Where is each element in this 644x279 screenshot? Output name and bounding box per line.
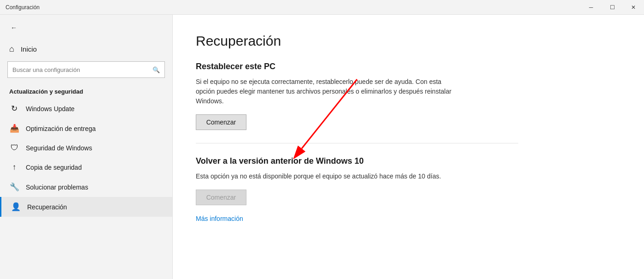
solucionar-icon: 🔧 [9, 182, 19, 192]
titlebar-controls: ─ ☐ ✕ [580, 0, 644, 15]
search-box: 🔍 [7, 61, 165, 78]
sidebar-item-optimizacion[interactable]: 📥 Optimización de entrega [0, 119, 172, 138]
section1-desc: Si el equipo no se ejecuta correctamente… [196, 77, 454, 106]
mas-informacion-link[interactable]: Más información [196, 215, 243, 222]
sidebar-item-label: Copia de seguridad [26, 164, 82, 171]
copia-icon: ↑ [9, 163, 19, 172]
sidebar-item-label: Optimización de entrega [26, 125, 96, 132]
recuperacion-icon: 👤 [11, 202, 21, 212]
section2-title: Volver a la versión anterior de Windows … [196, 156, 616, 166]
back-icon: ← [11, 24, 17, 31]
seguridad-icon: 🛡 [9, 143, 19, 153]
divider [196, 143, 518, 143]
sidebar-item-label: Recuperación [27, 203, 67, 211]
sidebar-section-title: Actualización y seguridad [0, 82, 172, 99]
more-info-section: Más información [196, 214, 616, 223]
windows-update-icon: ↻ [9, 104, 19, 113]
optimizacion-icon: 📥 [9, 124, 19, 133]
app-body: ← ⌂ Inicio 🔍 Actualización y seguridad ↻… [0, 15, 644, 279]
sidebar-item-home[interactable]: ⌂ Inicio [0, 41, 172, 58]
titlebar-left: Configuración [6, 4, 40, 11]
search-input[interactable] [12, 66, 149, 73]
minimize-button[interactable]: ─ [580, 0, 602, 15]
section2-desc: Esta opción ya no está disponible porque… [196, 172, 454, 181]
sidebar-item-recuperacion[interactable]: 👤 Recuperación [0, 197, 172, 217]
sidebar-item-windows-update[interactable]: ↻ Windows Update [0, 99, 172, 119]
sidebar: ← ⌂ Inicio 🔍 Actualización y seguridad ↻… [0, 15, 173, 279]
titlebar: Configuración ─ ☐ ✕ [0, 0, 644, 15]
section1-title: Restablecer este PC [196, 62, 616, 71]
back-button[interactable]: ← [7, 21, 20, 34]
sidebar-item-seguridad[interactable]: 🛡 Seguridad de Windows [0, 138, 172, 158]
close-button[interactable]: ✕ [623, 0, 644, 15]
sidebar-item-label: Windows Update [26, 105, 75, 113]
comenzar-button-2: Comenzar [196, 190, 246, 205]
sidebar-item-copia[interactable]: ↑ Copia de seguridad [0, 158, 172, 177]
comenzar-button-1[interactable]: Comenzar [196, 114, 246, 130]
sidebar-item-solucionar[interactable]: 🔧 Solucionar problemas [0, 177, 172, 197]
maximize-button[interactable]: ☐ [602, 0, 623, 15]
section-previous-version: Volver a la versión anterior de Windows … [196, 156, 616, 205]
sidebar-item-label: Solucionar problemas [26, 184, 88, 191]
home-icon: ⌂ [9, 44, 14, 54]
search-icon: 🔍 [152, 66, 160, 73]
sidebar-item-label: Seguridad de Windows [26, 144, 92, 152]
section-reset-pc: Restablecer este PC Si el equipo no se e… [196, 62, 616, 130]
titlebar-title: Configuración [6, 4, 40, 11]
sidebar-top: ← [0, 15, 172, 41]
home-label: Inicio [21, 45, 37, 53]
page-title: Recuperación [196, 33, 616, 49]
main-content: Recuperación Restablecer este PC Si el e… [173, 15, 644, 279]
